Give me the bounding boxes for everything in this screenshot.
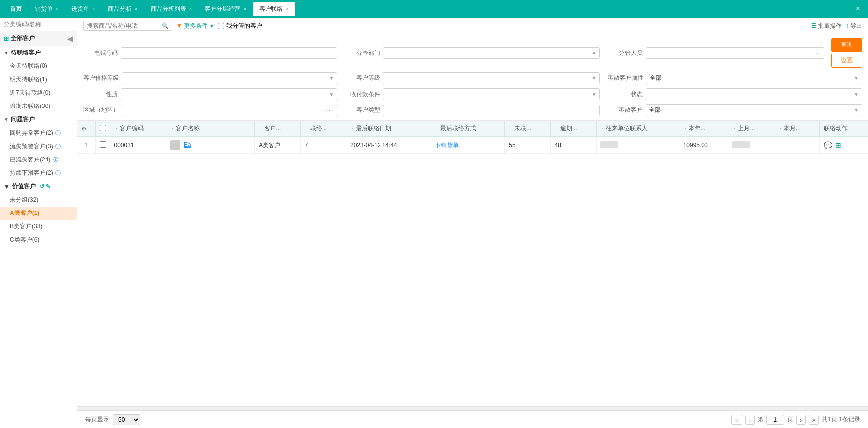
filter-row-customer-level: 客户等级 ▼ [345, 72, 599, 84]
row-this-month-cell [774, 137, 819, 154]
nature-select[interactable]: ▼ [121, 88, 337, 100]
th-contact-person[interactable]: ⋮ 往来单位联系人 [596, 121, 679, 137]
select-all-checkbox[interactable] [100, 125, 106, 131]
info-icon-1: ⓘ [55, 143, 61, 149]
global-close-button[interactable]: × [852, 2, 864, 15]
phone-input[interactable] [121, 47, 337, 59]
page-size-label: 每页显示 [85, 415, 109, 424]
row-checkbox[interactable] [100, 141, 106, 148]
sidebar-item-7days[interactable]: 近7天待联络(0) [0, 86, 77, 100]
sidebar-search-input[interactable] [4, 21, 77, 28]
row-action-more-icon[interactable]: ⊞ [835, 141, 841, 149]
nav-tab-customer-contact[interactable]: 客户联络 × [253, 2, 295, 16]
th-type-sort-icon: ⋮ [259, 126, 263, 131]
close-goods-list-tab[interactable]: × [189, 6, 192, 12]
close-sales-tab[interactable]: × [55, 6, 58, 12]
region-input[interactable]: ··· [122, 105, 337, 116]
price-level-select[interactable]: ▼ [122, 72, 337, 84]
prev-page-btn[interactable]: ‹ [745, 415, 755, 425]
th-this-month[interactable]: ⋮ 本月... [774, 121, 819, 137]
first-page-btn[interactable]: « [731, 415, 742, 425]
next-page-btn[interactable]: › [796, 415, 806, 425]
nav-tab-customer-layer[interactable]: 客户分层经营 × [199, 2, 252, 16]
close-customer-layer-tab[interactable]: × [243, 6, 246, 12]
batch-operation-btn[interactable]: ☰ 批量操作 [811, 22, 842, 30]
all-customers-header[interactable]: ⊞ 全部客户 ◀ [0, 31, 77, 46]
th-type[interactable]: ⋮ 客户... [255, 121, 300, 137]
nav-tab-purchase[interactable]: 进货单 × [65, 2, 101, 16]
sidebar-item-unclassified[interactable]: 未分组(32) [0, 193, 77, 207]
main-search-icon[interactable]: 🔍 [162, 22, 169, 29]
sidebar-item-repurchase-abnormal[interactable]: 回购异常客户(2) ⓘ [0, 126, 77, 140]
nav-tab-goods-analysis-list[interactable]: 商品分析列表 × [145, 2, 198, 16]
close-goods-analysis-tab[interactable]: × [135, 6, 138, 12]
dept-select[interactable]: ▼ [383, 47, 599, 59]
row-last-date-cell: 2023-04-12 14:44: [346, 137, 431, 154]
row-code-cell: 000031 [110, 137, 166, 154]
settings-icon[interactable]: ⚙ [81, 125, 87, 132]
nav-tab-goods-analysis[interactable]: 商品分析 × [102, 2, 144, 16]
nav-tab-sales[interactable]: 销货单 × [29, 2, 64, 16]
sidebar-item-churned[interactable]: 已流失客户(24) ⓘ [0, 153, 77, 166]
manager-input[interactable]: ··· [646, 47, 824, 59]
th-last-month[interactable]: ⋮ 上月... [728, 121, 774, 137]
problem-customers-group[interactable]: ▼ 问题客户 [0, 113, 77, 126]
export-btn[interactable]: ↑ 导出 [846, 22, 862, 30]
customer-type-input[interactable] [383, 105, 599, 116]
th-overdue[interactable]: ⋮ 逾期... [550, 121, 596, 137]
query-button[interactable]: 查询 [831, 38, 862, 52]
value-customers-group[interactable]: ▼ 价值客户 ↺ ✎ [0, 180, 77, 193]
th-uncontacted[interactable]: ⋮ 未联... [505, 121, 550, 137]
row-last-way[interactable]: 下销货单 [435, 142, 459, 149]
th-code[interactable]: ⋮ 客户编码 [110, 121, 166, 137]
refresh-icon[interactable]: ↺ [40, 183, 44, 190]
retail-customer-value: 全部 [649, 106, 661, 114]
sidebar-item-a-class[interactable]: A类客户(1) [0, 207, 77, 220]
th-name[interactable]: ⋮ 客户名称 [166, 121, 255, 137]
sidebar-item-today[interactable]: 今天待联络(0) [0, 59, 77, 73]
th-settings[interactable]: ⚙ [77, 121, 95, 137]
more-filters-btn[interactable]: ▼ 更多条件 ▼ [176, 22, 214, 30]
status-select[interactable]: ▼ [646, 88, 862, 100]
collapse-sidebar-icon[interactable]: ◀ [67, 35, 73, 43]
info-icon-2: ⓘ [53, 157, 58, 162]
customer-table: ⚙ ⋮ 客户编码 ⋮ [77, 121, 868, 154]
close-customer-contact-tab[interactable]: × [286, 6, 289, 12]
pagination-bar: 每页显示 50 100 200 « ‹ 第 页 › » 共1页 1条记录 [77, 410, 868, 428]
th-checkbox[interactable] [95, 121, 110, 137]
nav-tab-home[interactable]: 首页 [4, 2, 28, 16]
problem-tri-icon: ▼ [4, 117, 9, 122]
row-action-chat-icon[interactable]: 💬 [824, 141, 832, 149]
th-this-year[interactable]: ⋮ 本年... [679, 121, 728, 137]
sidebar-item-churn-warning[interactable]: 流失预警客户(3) ⓘ [0, 140, 77, 153]
sidebar-item-b-class[interactable]: B类客户(33) [0, 220, 77, 233]
sidebar-item-c-class[interactable]: C类客户(6) [0, 233, 77, 247]
th-last-way[interactable]: ⋮ 最后联络方式 [431, 121, 505, 137]
row-last-date: 2023-04-12 14:44: [350, 142, 399, 149]
main-search-input[interactable] [87, 22, 160, 29]
pending-contact-group[interactable]: ▼ 待联络客户 [0, 46, 77, 59]
sidebar-item-overdue[interactable]: 逾期未联络(30) [0, 100, 77, 113]
table-horizontal-scrollbar[interactable] [77, 406, 868, 410]
settings-button[interactable]: 设置 [831, 54, 862, 68]
customer-level-select[interactable]: ▼ [383, 72, 599, 84]
current-page-input[interactable] [766, 415, 784, 425]
close-purchase-tab[interactable]: × [92, 6, 95, 12]
edit-icon[interactable]: ✎ [46, 183, 50, 190]
th-last-date[interactable]: ⋮ 最后联络日期 [346, 121, 431, 137]
sidebar-item-tomorrow[interactable]: 明天待联络(1) [0, 73, 77, 86]
filter-row-region: 区域（地区） ··· [83, 104, 337, 116]
last-page-btn[interactable]: » [809, 415, 819, 425]
th-contact-count[interactable]: ⋮ 联络... [300, 121, 346, 137]
th-name-label: 客户名称 [176, 124, 200, 133]
phone-label: 电话号码 [83, 49, 118, 57]
retail-customer-select[interactable]: 全部▼ [646, 104, 862, 116]
problem-customers-label: 问题客户 [11, 115, 35, 124]
my-customers-checkbox[interactable] [218, 23, 224, 29]
retail-attr-select[interactable]: 全部▼ [647, 72, 862, 84]
row-contact-count-cell: 7 [300, 137, 346, 154]
page-size-select[interactable]: 50 100 200 [113, 414, 140, 425]
filter-row-nature: 性质 ▼ [83, 88, 337, 100]
sidebar-item-declining[interactable]: 持续下滑客户(2) ⓘ [0, 166, 77, 180]
payment-select[interactable]: ▼ [383, 88, 599, 100]
